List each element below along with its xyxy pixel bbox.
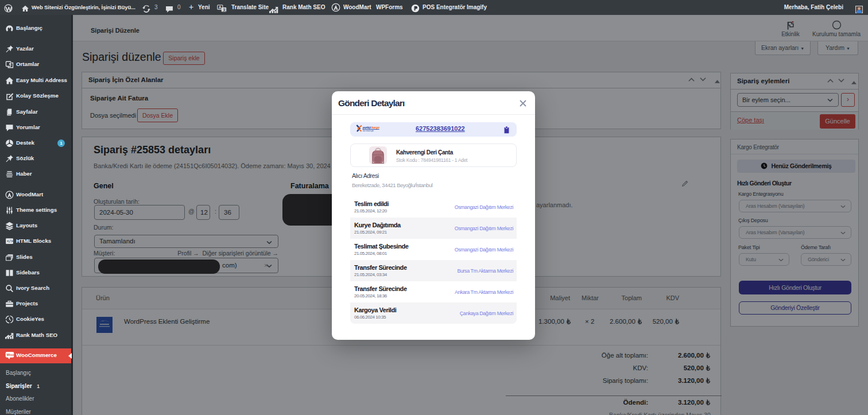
- svg-text:</>: </>: [7, 239, 13, 243]
- svg-text:A: A: [219, 5, 222, 9]
- svg-text:bize emanet gibi: bize emanet gibi: [363, 130, 374, 132]
- svg-text:kargo: kargo: [371, 126, 379, 129]
- svg-text:Woo: Woo: [7, 352, 14, 356]
- svg-text:yurtiçi: yurtiçi: [362, 126, 371, 129]
- svg-text:文: 文: [222, 8, 226, 11]
